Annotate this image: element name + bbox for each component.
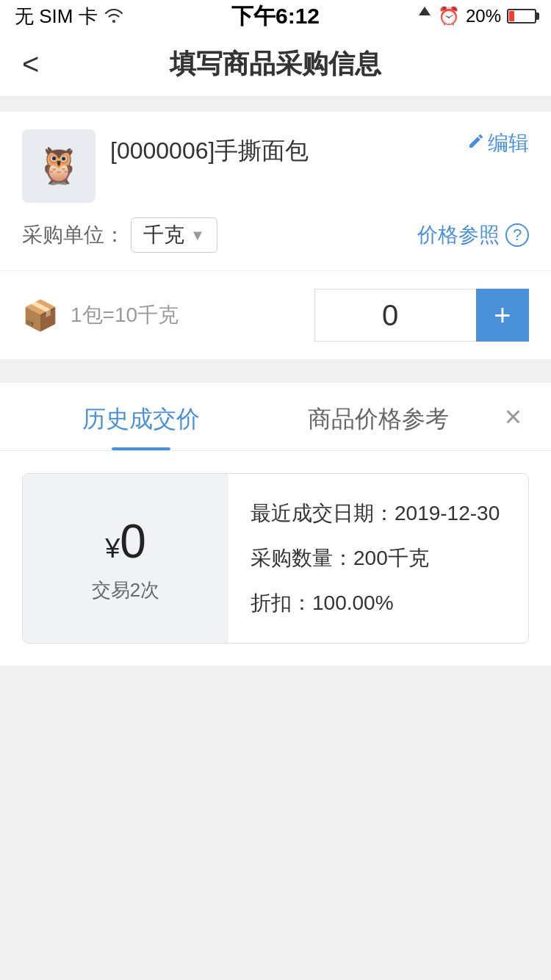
edit-button[interactable]: 编辑 xyxy=(467,129,529,157)
wifi-icon xyxy=(104,5,124,28)
dropdown-arrow-icon: ▼ xyxy=(190,227,205,244)
status-left: 无 SIM 卡 xyxy=(15,4,124,29)
history-price-value: ¥0 xyxy=(105,514,146,569)
quantity-section: 📦 1包=10千克 0 + xyxy=(0,270,551,359)
back-button[interactable]: < xyxy=(22,40,46,88)
history-card: ¥0 交易2次 最近成交日期：2019-12-30 采购数量：200千克 折扣：… xyxy=(22,473,529,644)
help-icon: ? xyxy=(505,223,529,247)
recent-date-row: 最近成交日期：2019-12-30 xyxy=(251,497,506,530)
product-card: 🦉 [0000006]手撕面包 编辑 采购单位： 千克 ▼ 价格参照 ? xyxy=(0,112,551,270)
trade-count: 交易2次 xyxy=(92,577,159,603)
battery-percent: 20% xyxy=(466,6,501,26)
history-detail-side: 最近成交日期：2019-12-30 采购数量：200千克 折扣：100.00% xyxy=(228,474,528,643)
unit-selector[interactable]: 千克 ▼ xyxy=(131,217,217,253)
carrier-label: 无 SIM 卡 xyxy=(15,4,98,29)
product-name: [0000006]手撕面包 xyxy=(110,129,309,167)
discount-row: 折扣：100.00% xyxy=(251,587,506,620)
quantity-control: 0 + xyxy=(314,289,529,342)
battery-icon xyxy=(507,9,536,24)
quantity-plus-button[interactable]: + xyxy=(476,289,529,342)
edit-label: 编辑 xyxy=(488,129,529,157)
product-info: 🦉 [0000006]手撕面包 xyxy=(22,129,309,203)
tab-history-price[interactable]: 历史成交价 xyxy=(22,383,259,450)
history-content: ¥0 交易2次 最近成交日期：2019-12-30 采购数量：200千克 折扣：… xyxy=(0,451,551,666)
product-image: 🦉 xyxy=(37,145,81,187)
history-price-side: ¥0 交易2次 xyxy=(23,474,228,643)
product-unit-row: 采购单位： 千克 ▼ 价格参照 ? xyxy=(22,217,529,253)
quantity-row: 采购数量：200千克 xyxy=(251,542,506,575)
edit-icon xyxy=(467,131,485,155)
quantity-input[interactable]: 0 xyxy=(314,289,476,342)
nav-bar: < 填写商品采购信息 xyxy=(0,32,551,97)
section-divider xyxy=(0,359,551,371)
price-ref-button[interactable]: 价格参照 ? xyxy=(417,221,529,249)
tab-price-reference[interactable]: 商品价格参考 xyxy=(259,383,497,450)
page-title: 填写商品采购信息 xyxy=(170,46,381,82)
alarm-icon: ⏰ xyxy=(438,6,460,26)
product-thumbnail: 🦉 xyxy=(22,129,96,203)
panel-close-button[interactable]: × xyxy=(497,393,529,441)
quantity-label: 📦 1包=10千克 xyxy=(22,298,179,333)
price-panel: 历史成交价 商品价格参考 × ¥0 交易2次 最近成交日期：2019-12-30… xyxy=(0,383,551,666)
location-icon xyxy=(417,5,432,27)
status-bar: 无 SIM 卡 下午6:12 ⏰ 20% xyxy=(0,0,551,32)
package-icon: 📦 xyxy=(22,298,59,333)
unit-label: 采购单位： 千克 ▼ xyxy=(22,217,217,253)
status-right: ⏰ 20% xyxy=(417,5,536,27)
status-time: 下午6:12 xyxy=(231,1,320,32)
product-header: 🦉 [0000006]手撕面包 编辑 xyxy=(22,129,529,203)
panel-tabs: 历史成交价 商品价格参考 × xyxy=(0,383,551,451)
conversion-text: 1包=10千克 xyxy=(71,301,179,329)
